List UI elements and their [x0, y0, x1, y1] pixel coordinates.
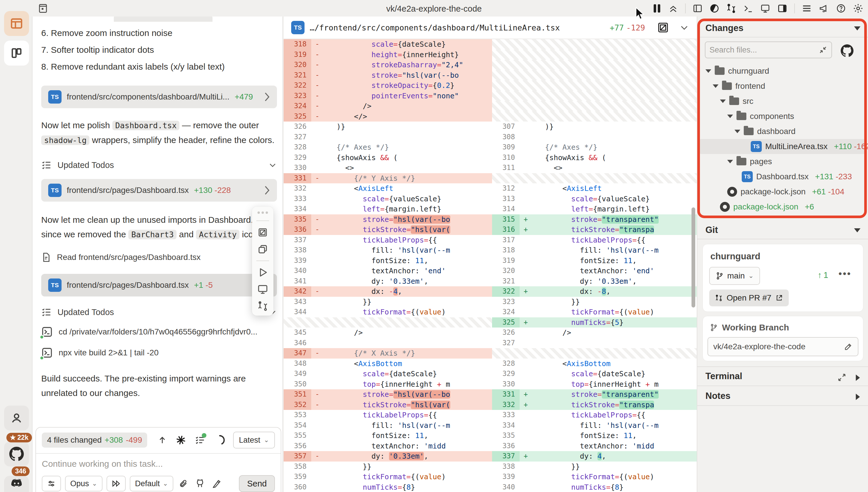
play-icon[interactable] [257, 267, 268, 278]
more-options-button[interactable]: ••• [838, 268, 851, 279]
burst-icon[interactable] [175, 435, 186, 445]
files-changed-label: 4 files changed [47, 436, 101, 445]
notes-expand-chevron[interactable] [856, 394, 860, 400]
discord-icon [9, 478, 24, 490]
diff-line: 350 top={innerHeight + m [284, 379, 492, 390]
terminal-command-row[interactable]: npx vite build 2>&1 | tail -20 [41, 347, 277, 359]
code-text: tickStroke="hsl(var( [323, 224, 492, 235]
rail-item-discord[interactable] [4, 476, 29, 492]
git-compare-icon[interactable] [257, 300, 268, 312]
diff-content[interactable]: 318- scale={dateScale}319- height={inner… [284, 39, 697, 492]
collapse-up-icon[interactable] [668, 3, 678, 13]
line-number: 317 [492, 235, 520, 245]
file-diff-chip[interactable]: TSfrontend/src/pages/Dashboard.tsx+130 -… [41, 179, 277, 202]
scroll-up-icon[interactable] [158, 435, 167, 445]
settings-sliders-button[interactable] [42, 476, 61, 491]
tree-row-src[interactable]: src [697, 94, 868, 109]
git-compare-icon[interactable] [726, 3, 736, 13]
notes-section-title[interactable]: Notes [705, 391, 730, 401]
more-options-icon[interactable] [256, 211, 269, 215]
todos-status-icon[interactable] [195, 435, 205, 445]
caret-down-icon[interactable] [720, 99, 726, 103]
rail-item-account[interactable] [4, 405, 29, 430]
monitor-icon[interactable] [257, 284, 268, 295]
tool-call-row[interactable]: Read frontend/src/pages/Dashboard.tsx [41, 252, 277, 263]
terminal-expand-chevron[interactable] [856, 374, 860, 381]
rail-item-workspace-active[interactable] [4, 11, 29, 36]
mode-dropdown[interactable]: Default⌄ [130, 476, 173, 491]
git-collapse-icon[interactable] [854, 228, 861, 232]
tree-row-churnguard[interactable]: churnguard [697, 64, 868, 79]
changes-collapse-icon[interactable] [854, 26, 861, 30]
caret-down-icon[interactable] [727, 160, 733, 163]
display-icon[interactable] [760, 3, 771, 13]
send-button[interactable]: Send [239, 475, 275, 492]
updated-todos-row[interactable]: Updated Todos [41, 307, 277, 317]
diff-view-toggle-icon[interactable] [657, 22, 669, 33]
caret-down-icon[interactable] [727, 115, 733, 118]
model-dropdown[interactable]: Opus⌄ [65, 476, 102, 491]
theme-contrast-icon[interactable] [709, 3, 719, 13]
file-diff-chip[interactable]: TSfrontend/src/components/dashboard/Mult… [41, 85, 277, 108]
github-cat-icon[interactable] [841, 44, 853, 57]
help-icon[interactable] [836, 3, 846, 13]
view-diff-icon[interactable] [257, 227, 268, 238]
tree-row-package-lock-json[interactable]: package-lock.json+61 -104 [697, 184, 868, 199]
changes-section-title[interactable]: Changes [705, 23, 744, 33]
diff-scrollbar[interactable] [691, 207, 695, 308]
diff-marker [520, 163, 532, 173]
diff-marker: + [520, 389, 532, 400]
updated-todos-row[interactable]: Updated Todos [41, 160, 277, 170]
tree-row-pages[interactable]: pages [697, 154, 868, 169]
chevron-down-icon[interactable] [268, 161, 277, 169]
diff-marker: - [311, 400, 323, 410]
terminal-icon[interactable] [743, 3, 753, 13]
menu-icon[interactable] [802, 3, 812, 13]
caret-down-icon[interactable] [713, 84, 719, 88]
diff-marker: - [311, 112, 323, 122]
diff-gap [492, 70, 697, 81]
terminal-command-row[interactable]: cd /private/var/folders/10/h7w0q46556ggr… [41, 326, 277, 338]
caret-down-icon[interactable] [734, 130, 740, 133]
branch-name: main [727, 271, 745, 280]
edit-pencil-icon[interactable] [844, 342, 852, 351]
copy-icon[interactable] [257, 244, 268, 255]
tree-row-multilinearea-tsx[interactable]: TSMultiLineArea.tsx+110 -162 [699, 139, 866, 154]
megaphone-icon[interactable] [819, 3, 829, 13]
pause-icon[interactable] [653, 3, 661, 13]
diff-marker: - [311, 286, 323, 297]
rail-item-kanban[interactable] [4, 41, 29, 66]
fast-forward-button[interactable] [107, 476, 126, 491]
message-input[interactable]: Continue working on this task... [42, 459, 275, 469]
code-text: textAnchor: 'midd [532, 441, 697, 451]
tree-row-dashboard[interactable]: dashboard [697, 124, 868, 139]
search-input[interactable] [709, 46, 819, 54]
attach-file-button[interactable] [178, 479, 190, 489]
panel-right-filled-icon[interactable] [777, 3, 787, 13]
tree-row-components[interactable]: components [697, 109, 868, 124]
caret-down-icon[interactable] [705, 69, 711, 73]
success-dot [40, 335, 44, 339]
package-lock-icon [727, 187, 737, 197]
files-changed-badge[interactable]: 4 files changed +308 -499 [42, 433, 147, 448]
collapse-tree-icon[interactable] [819, 46, 827, 54]
terminal-section-title[interactable]: Terminal [705, 371, 742, 382]
github-button[interactable] [194, 479, 206, 488]
working-branch-input[interactable]: vk/4e2a-explore-the-code [707, 337, 859, 356]
signature-button[interactable] [210, 479, 223, 488]
panel-left-icon[interactable] [693, 3, 703, 13]
latest-dropdown[interactable]: Latest ⌄ [233, 432, 275, 448]
collapse-file-icon[interactable] [679, 23, 689, 32]
ahead-count[interactable]: ↑1 [818, 270, 828, 280]
tree-row-frontend[interactable]: frontend [697, 79, 868, 94]
expand-terminal-icon[interactable] [837, 373, 846, 382]
branch-dropdown[interactable]: main ⌄ [709, 267, 760, 285]
open-pr-button[interactable]: Open PR #7 [709, 290, 789, 306]
tree-row-package-lock-json[interactable]: package-lock.json+6 [697, 199, 868, 214]
gear-icon[interactable] [853, 3, 863, 14]
tree-row-dashboard-tsx[interactable]: TSDashboard.tsx+131 -233 [697, 169, 868, 184]
rail-item-github[interactable] [4, 442, 29, 466]
git-section-title[interactable]: Git [705, 225, 718, 235]
line-number: 319 [492, 255, 520, 266]
file-diff-chip[interactable]: TSfrontend/src/pages/Dashboard.tsx+1 -5 [41, 274, 277, 296]
